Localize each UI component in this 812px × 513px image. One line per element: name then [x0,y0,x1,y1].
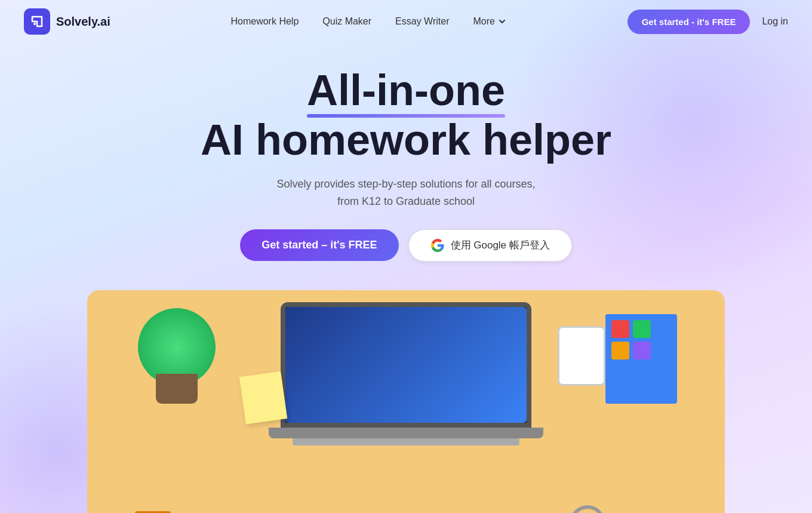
navbar: Solvely.ai Homework Help Quiz Maker Essa… [0,0,812,43]
hero-cta-button[interactable]: Get started – it's FREE [240,229,398,261]
nav-link-more[interactable]: More [473,16,506,27]
laptop-decoration [281,302,531,457]
laptop-base [269,428,543,438]
laptop-screen-inner [285,307,527,423]
chevron-down-icon [497,17,507,26]
hero-section: All-in-one AI homework helper Solvely pr… [0,43,812,513]
google-icon [430,238,445,253]
laptop-screen [281,302,531,428]
logo-icon [24,8,50,35]
nav-cta-button[interactable]: Get started - it's FREE [628,10,751,34]
nav-link-homework-help[interactable]: Homework Help [230,16,299,27]
logo-text: Solvely.ai [56,15,110,29]
earphones-decoration [570,505,605,513]
hero-title-line2: AI homework helper [201,116,611,164]
plant-decoration [135,308,219,404]
login-link[interactable]: Log in [762,16,788,27]
hero-buttons: Get started – it's FREE 使用 Google 帳戶登入 [240,229,572,262]
svg-point-0 [33,23,36,25]
hero-title-line1: All-in-one [307,67,505,114]
nav-link-quiz-maker[interactable]: Quiz Maker [322,16,371,27]
nav-actions: Get started - it's FREE Log in [628,10,788,34]
plant-pot [156,374,198,404]
sticky-note-decoration [239,371,287,424]
google-signin-button[interactable]: 使用 Google 帳戶登入 [408,229,572,262]
desk-scene: Struggling with homework? [87,290,725,513]
hero-description: Solvely provides step-by-step solutions … [276,176,535,210]
nav-link-essay-writer[interactable]: Essay Writer [395,16,449,27]
laptop-keyboard [293,438,519,446]
logo[interactable]: Solvely.ai [24,8,110,35]
hero-image: Struggling with homework? [87,290,725,513]
tablet-decoration [558,326,605,386]
notebook-decoration [605,314,677,404]
nav-links: Homework Help Quiz Maker Essay Writer Mo… [230,16,506,27]
